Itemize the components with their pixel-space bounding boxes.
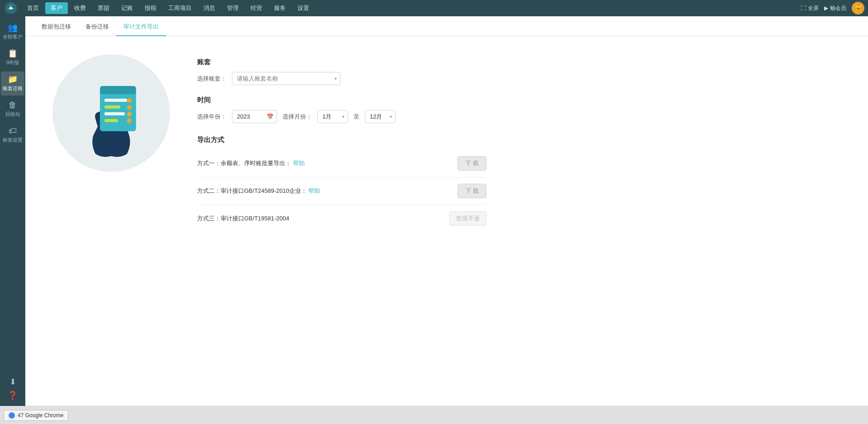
- nav-fee[interactable]: 收费: [69, 2, 91, 14]
- time-section-title: 时间: [197, 96, 486, 105]
- sidebar-item-zero-report-label: 0申报: [6, 59, 19, 66]
- svg-point-10: [127, 112, 132, 116]
- account-select-wrapper: ▾: [232, 72, 340, 85]
- time-separator: 至: [354, 113, 359, 121]
- export-method-1: 方式一：余额表、序时账批量导出： 帮助 下 载: [197, 150, 486, 177]
- account-input[interactable]: [232, 72, 340, 85]
- export-method-1-label: 方式一：余额表、序时账批量导出： 帮助: [197, 159, 305, 167]
- nav-right-area: ⛶ 全屏 ▶ 畅会员 🐱: [801, 2, 864, 14]
- vip-button[interactable]: ▶ 畅会员: [824, 5, 846, 12]
- export-method-2: 方式二：审计接口GB/T24589-2010企业： 帮助 下 载: [197, 177, 486, 205]
- fullscreen-button[interactable]: ⛶ 全屏: [801, 5, 819, 12]
- tabs-bar: 数据包迁移 备份迁移 审计文件导出: [25, 16, 868, 36]
- export-method-2-text: 方式二：审计接口GB/T24589-2010企业：: [197, 187, 307, 194]
- month-select-label: 选择月份：: [283, 113, 312, 121]
- fullscreen-label: 全屏: [808, 5, 819, 12]
- illustration-area: [52, 54, 170, 172]
- form-area: 账套 选择账套： ▾ 时间 选择年份：: [197, 54, 486, 232]
- sidebar-item-all-customers-label: 全部客户: [3, 33, 23, 40]
- sidebar-item-account-migration-label: 账套迁移: [3, 85, 23, 92]
- nav-settings[interactable]: 设置: [292, 2, 315, 14]
- nav-business[interactable]: 工商项目: [163, 2, 197, 14]
- tab-audit-export[interactable]: 审计文件导出: [116, 18, 166, 36]
- account-migration-icon: 📁: [8, 75, 18, 83]
- sidebar: 👥 全部客户 📋 0申报 📁 账套迁移 🗑 回收站 🏷 标签设置 ⬇ ❓: [0, 16, 25, 406]
- year-input-wrapper: 📅: [232, 110, 277, 123]
- sidebar-item-tag-settings[interactable]: 🏷 标签设置: [1, 123, 24, 147]
- nav-tax[interactable]: 报税: [139, 2, 162, 14]
- all-customers-icon: 👥: [8, 24, 18, 32]
- nav-bookkeeping[interactable]: 记账: [116, 2, 138, 14]
- audit-illustration: [66, 63, 156, 163]
- nav-home[interactable]: 首页: [22, 2, 44, 14]
- account-section: 账套 选择账套： ▾: [197, 58, 486, 85]
- svg-rect-7: [104, 119, 118, 122]
- taskbar: 47 Google Chrome: [0, 406, 868, 424]
- sidebar-item-tag-settings-label: 标签设置: [3, 137, 23, 143]
- svg-rect-6: [104, 112, 125, 115]
- sidebar-item-recycle-label: 回收站: [5, 111, 20, 118]
- content-area: 数据包迁移 备份迁移 审计文件导出: [25, 16, 868, 406]
- fullscreen-icon: ⛶: [801, 5, 806, 11]
- main-layout: 👥 全部客户 📋 0申报 📁 账套迁移 🗑 回收站 🏷 标签设置 ⬇ ❓ 数据包…: [0, 16, 868, 406]
- export-section-title: 导出方式: [197, 136, 486, 144]
- top-navigation: 首页 客户 收费 票据 记账 报税 工商项目 消息 管理 经营 服务 设置 ⛶ …: [0, 0, 868, 16]
- tab-backup-migration[interactable]: 备份迁移: [78, 18, 116, 36]
- svg-rect-4: [104, 99, 127, 102]
- sidebar-help-icon[interactable]: ❓: [8, 391, 18, 400]
- export-method-2-help-link[interactable]: 帮助: [308, 187, 320, 194]
- sidebar-item-zero-report[interactable]: 📋 0申报: [1, 46, 24, 70]
- sidebar-item-account-migration[interactable]: 📁 账套迁移: [1, 71, 24, 95]
- app-logo[interactable]: [4, 1, 18, 15]
- sidebar-item-all-customers[interactable]: 👥 全部客户: [1, 20, 24, 44]
- tag-settings-icon: 🏷: [9, 127, 17, 135]
- export-method-1-download-button[interactable]: 下 载: [458, 156, 486, 171]
- year-input[interactable]: [232, 110, 277, 123]
- svg-rect-5: [104, 105, 120, 109]
- export-method-1-text: 方式一：余额表、序时账批量导出：: [197, 160, 291, 167]
- illustration-circle: [52, 54, 170, 172]
- time-section: 时间 选择年份： 📅 选择月份： 1月2月3月4月 5月6月7月8月: [197, 96, 486, 123]
- month-from-wrapper: 1月2月3月4月 5月6月7月8月 9月10月11月12月 ▾: [317, 110, 348, 123]
- vip-label: 畅会员: [830, 5, 846, 12]
- svg-point-11: [127, 119, 132, 123]
- time-form-row: 选择年份： 📅 选择月份： 1月2月3月4月 5月6月7月8月 9月10月11月…: [197, 110, 486, 123]
- recycle-icon: 🗑: [9, 101, 17, 109]
- export-method-3-text: 方式三：审计接口GB/T19581-2004: [197, 215, 289, 222]
- nav-service[interactable]: 服务: [269, 2, 291, 14]
- export-method-2-download-button[interactable]: 下 载: [458, 184, 486, 198]
- nav-message[interactable]: 消息: [198, 2, 221, 14]
- nav-operation[interactable]: 经营: [245, 2, 268, 14]
- sidebar-bottom-area: ⬇ ❓: [8, 377, 18, 406]
- export-method-3-label: 方式三：审计接口GB/T19581-2004: [197, 214, 289, 223]
- nav-customer[interactable]: 客户: [45, 2, 68, 14]
- svg-point-1: [9, 7, 12, 10]
- taskbar-chrome-label: 47 Google Chrome: [18, 412, 63, 419]
- taskbar-chrome[interactable]: 47 Google Chrome: [4, 410, 68, 421]
- export-method-1-help-link[interactable]: 帮助: [293, 160, 305, 167]
- month-to-select[interactable]: 1月2月3月4月 5月6月7月8月 9月10月11月 12月: [365, 110, 396, 123]
- vip-icon: ▶: [824, 5, 828, 11]
- user-avatar[interactable]: 🐱: [852, 2, 864, 14]
- svg-point-9: [127, 105, 132, 110]
- nav-menu: 首页 客户 收费 票据 记账 报税 工商项目 消息 管理 经营 服务 设置: [22, 2, 801, 14]
- tab-data-migration[interactable]: 数据包迁移: [34, 18, 78, 36]
- export-method-2-label: 方式二：审计接口GB/T24589-2010企业： 帮助: [197, 187, 320, 195]
- sidebar-item-recycle[interactable]: 🗑 回收站: [1, 97, 24, 121]
- account-form-row: 选择账套： ▾: [197, 72, 486, 85]
- svg-rect-3: [100, 86, 136, 94]
- export-method-3-coming-soon-button: 暂缓开通: [449, 211, 486, 226]
- year-select-label: 选择年份：: [197, 113, 226, 121]
- account-select-label: 选择账套：: [197, 75, 226, 83]
- page-content: 账套 选择账套： ▾ 时间 选择年份：: [25, 36, 868, 406]
- chrome-icon: [9, 412, 15, 419]
- nav-manage[interactable]: 管理: [222, 2, 244, 14]
- export-section: 导出方式 方式一：余额表、序时账批量导出： 帮助 下 载 方式二：审计接口GB/…: [197, 136, 486, 232]
- month-to-wrapper: 1月2月3月4月 5月6月7月8月 9月10月11月 12月 ▾: [365, 110, 396, 123]
- account-section-title: 账套: [197, 58, 486, 67]
- sidebar-download-icon[interactable]: ⬇: [9, 377, 16, 387]
- nav-invoice[interactable]: 票据: [92, 2, 115, 14]
- export-method-3: 方式三：审计接口GB/T19581-2004 暂缓开通: [197, 205, 486, 232]
- month-from-select[interactable]: 1月2月3月4月 5月6月7月8月 9月10月11月12月: [317, 110, 348, 123]
- zero-report-icon: 📋: [8, 49, 18, 57]
